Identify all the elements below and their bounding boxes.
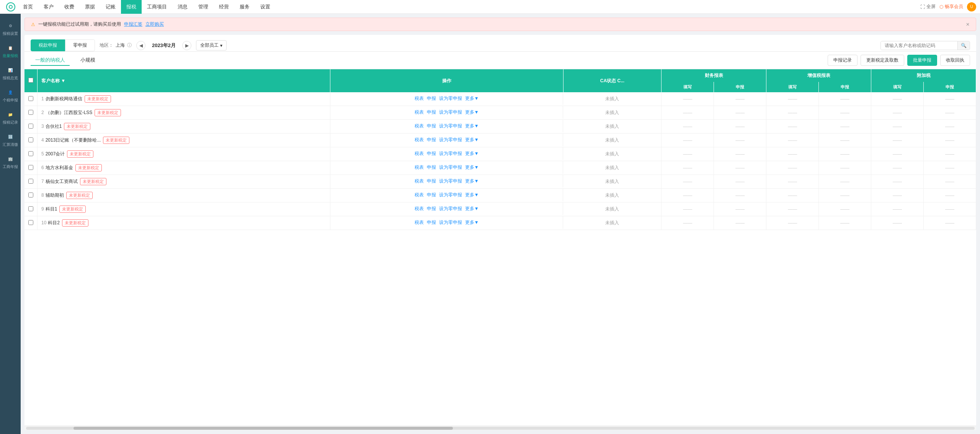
- op-link[interactable]: 申报: [427, 150, 436, 157]
- nav-tax[interactable]: 报税: [121, 0, 142, 14]
- op-link[interactable]: 申报: [427, 95, 436, 102]
- op-link[interactable]: 更多▼: [465, 95, 479, 102]
- user-avatar[interactable]: U: [967, 2, 976, 11]
- nav-manage[interactable]: 管理: [193, 0, 214, 14]
- scroll-thumb[interactable]: [74, 427, 453, 430]
- op-link[interactable]: 设为零申报: [439, 109, 462, 116]
- close-icon[interactable]: ✕: [966, 22, 970, 27]
- nav-message[interactable]: 消息: [172, 0, 193, 14]
- panel-header: 税款申报 零申报 地区： 上海 ⓘ ◀ 2023年2月 ▶ 全部员工 ▾: [24, 35, 976, 52]
- nav-business[interactable]: 工商项目: [142, 0, 172, 14]
- nav-service[interactable]: 服务: [234, 0, 255, 14]
- row-checkbox[interactable]: [28, 179, 33, 184]
- sidebar-item-business-report[interactable]: 🏢 工商年报: [0, 151, 21, 173]
- sidebar-item-tax-settings[interactable]: ⚙ 报税设置: [0, 18, 21, 40]
- batch-declaration-button[interactable]: 批量申报: [907, 55, 937, 66]
- update-tax-button[interactable]: 更新税定及取数: [861, 55, 904, 66]
- row-checkbox[interactable]: [28, 165, 33, 170]
- nav-home[interactable]: 首页: [18, 0, 38, 14]
- 申报汇签-link[interactable]: 申报汇签: [124, 21, 142, 28]
- horizontal-scrollbar[interactable]: [24, 426, 976, 430]
- op-link[interactable]: 申报: [427, 164, 436, 171]
- sidebar-item-personal-tax[interactable]: 👤 个税申报: [0, 84, 21, 106]
- op-link[interactable]: 税表: [415, 219, 424, 226]
- op-link[interactable]: 设为零申报: [439, 150, 462, 157]
- row-checkbox[interactable]: [28, 206, 33, 211]
- sidebar-item-calculation[interactable]: 🔢 汇算清缴: [0, 129, 21, 151]
- op-link[interactable]: 税表: [415, 192, 424, 198]
- row-checkbox[interactable]: [28, 151, 33, 156]
- op-link[interactable]: 申报: [427, 137, 436, 143]
- table-row: 8辅助期初未更新税定税表申报设为零申报更多▼未插入————————————: [24, 189, 976, 202]
- date-nav: ◀ 2023年2月 ▶: [136, 41, 191, 50]
- op-link[interactable]: 申报: [427, 192, 436, 198]
- op-link[interactable]: 税表: [415, 109, 424, 116]
- sidebar-item-tax-records[interactable]: 📁 报税记录: [0, 106, 21, 129]
- row-client-name: 10科目2未更新税定: [38, 216, 330, 230]
- op-link[interactable]: 税表: [415, 150, 424, 157]
- upgrade-button[interactable]: ⬡ 畅享会员: [939, 3, 963, 10]
- select-all-header[interactable]: [24, 69, 38, 92]
- next-date-button[interactable]: ▶: [182, 41, 191, 50]
- collect-receipt-button[interactable]: 收取回执: [940, 55, 970, 66]
- row-checkbox[interactable]: [28, 124, 33, 129]
- op-link[interactable]: 更多▼: [465, 206, 479, 212]
- op-link[interactable]: 税表: [415, 95, 424, 102]
- op-link[interactable]: 设为零申报: [439, 219, 462, 226]
- op-link[interactable]: 设为零申报: [439, 95, 462, 102]
- op-link[interactable]: 税表: [415, 178, 424, 184]
- upgrade-label: 畅享会员: [945, 3, 963, 10]
- op-link[interactable]: 更多▼: [465, 192, 479, 198]
- prev-date-button[interactable]: ◀: [136, 41, 145, 50]
- op-link[interactable]: 申报: [427, 109, 436, 116]
- table-row: 52007会计未更新税定税表申报设为零申报更多▼未插入————————————: [24, 147, 976, 161]
- row-checkbox[interactable]: [28, 220, 33, 225]
- employee-select[interactable]: 全部员工 ▾: [196, 40, 227, 51]
- op-link[interactable]: 申报: [427, 178, 436, 184]
- fullscreen-button[interactable]: ⛶ 全屏: [920, 3, 936, 10]
- op-link[interactable]: 设为零申报: [439, 164, 462, 171]
- op-link[interactable]: 税表: [415, 164, 424, 171]
- nav-operation[interactable]: 经营: [214, 0, 234, 14]
- nav-invoice[interactable]: 票据: [80, 0, 100, 14]
- declaration-record-button[interactable]: 申报记录: [828, 55, 858, 66]
- op-link[interactable]: 更多▼: [465, 150, 479, 157]
- select-all-checkbox[interactable]: [28, 78, 33, 83]
- op-link[interactable]: 更多▼: [465, 219, 479, 226]
- op-link[interactable]: 申报: [427, 206, 436, 212]
- 立即购买-link[interactable]: 立即购买: [145, 21, 164, 28]
- op-link[interactable]: 申报: [427, 123, 436, 129]
- row-checkbox[interactable]: [28, 96, 33, 101]
- op-link[interactable]: 更多▼: [465, 178, 479, 184]
- op-link[interactable]: 设为零申报: [439, 206, 462, 212]
- search-button[interactable]: 🔍: [957, 41, 970, 50]
- row-checkbox[interactable]: [28, 193, 33, 197]
- sidebar-item-tax-overview[interactable]: 📊 报税总览: [0, 62, 21, 84]
- tab-tax-declaration[interactable]: 税款申报: [31, 39, 65, 51]
- op-link[interactable]: 税表: [415, 137, 424, 143]
- op-link[interactable]: 设为零申报: [439, 123, 462, 129]
- op-link[interactable]: 更多▼: [465, 123, 479, 129]
- op-link[interactable]: 更多▼: [465, 164, 479, 171]
- tab-general-taxpayer[interactable]: 一般的纳税人: [31, 55, 70, 66]
- nav-settings[interactable]: 设置: [255, 0, 276, 14]
- nav-fee[interactable]: 收费: [59, 0, 80, 14]
- tab-small-scale[interactable]: 小规模: [76, 55, 100, 66]
- row-checkbox[interactable]: [28, 137, 33, 142]
- sidebar-item-batch-tax[interactable]: 📋 批量报税: [0, 40, 21, 62]
- nav-customer[interactable]: 客户: [38, 0, 59, 14]
- op-link[interactable]: 更多▼: [465, 137, 479, 143]
- op-link[interactable]: 申报: [427, 219, 436, 226]
- op-link[interactable]: 税表: [415, 206, 424, 212]
- search-input[interactable]: [881, 41, 957, 50]
- info-icon[interactable]: ⓘ: [127, 42, 132, 49]
- op-link[interactable]: 设为零申报: [439, 178, 462, 184]
- op-link[interactable]: 设为零申报: [439, 137, 462, 143]
- sidebar-label-tax-overview: 报税总览: [3, 76, 18, 80]
- op-link[interactable]: 税表: [415, 123, 424, 129]
- nav-accounting[interactable]: 记账: [100, 0, 121, 14]
- row-checkbox[interactable]: [28, 110, 33, 115]
- op-link[interactable]: 设为零申报: [439, 192, 462, 198]
- op-link[interactable]: 更多▼: [465, 109, 479, 116]
- tab-zero-declaration[interactable]: 零申报: [65, 39, 95, 51]
